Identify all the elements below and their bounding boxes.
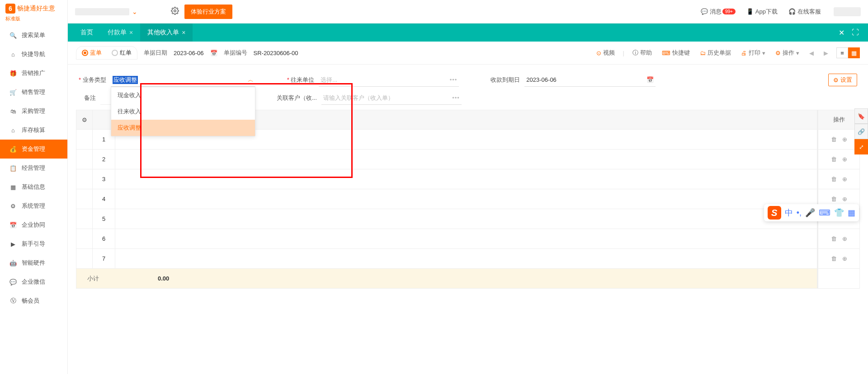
ime-keyboard-icon[interactable]: ⌨ xyxy=(819,208,830,218)
settings-button[interactable]: ⚙ 设置 xyxy=(828,74,857,86)
next-icon[interactable]: ▶ xyxy=(822,50,830,56)
code-label: 单据编号 xyxy=(224,49,247,57)
table-row[interactable]: 7 xyxy=(76,249,817,269)
ime-skin-icon[interactable]: 👕 xyxy=(834,208,844,218)
close-icon[interactable]: × xyxy=(129,29,133,36)
tab-首页[interactable]: 首页 xyxy=(73,23,100,42)
row-number: 4 xyxy=(93,189,115,209)
settings-icon: ⚙ xyxy=(9,202,17,210)
sidebar-item-box[interactable]: ⌂库存核算 xyxy=(0,121,67,140)
row-number: 6 xyxy=(93,229,115,248)
tab-其他收入单[interactable]: 其他收入单× xyxy=(140,23,193,42)
sidebar-item-search[interactable]: 🔍搜索菜单 xyxy=(0,26,67,45)
messages-link[interactable]: 💬 消息 99+ xyxy=(698,8,738,16)
date-value[interactable]: 2023-06-06 xyxy=(174,50,204,56)
more-icon[interactable]: ••• xyxy=(452,94,460,101)
logo-icon: 6 xyxy=(5,4,15,14)
ime-lang[interactable]: 中 xyxy=(785,207,793,218)
copy-icon[interactable]: ⊕ xyxy=(842,235,847,242)
close-icon[interactable]: × xyxy=(182,29,185,36)
view-grid-button[interactable]: ▦ xyxy=(848,47,860,58)
sidebar-item-bag[interactable]: 🛍采购管理 xyxy=(0,102,67,121)
doc-icon: 📋 xyxy=(9,164,17,172)
calendar-icon[interactable]: 📅 xyxy=(210,50,217,56)
link-icon[interactable]: 🔗 xyxy=(854,124,868,139)
dropdown-option[interactable]: 往来收入 xyxy=(111,103,255,120)
date-label: 单据日期 xyxy=(144,49,167,57)
org-selector[interactable]: ⌄ xyxy=(75,8,165,15)
prev-icon[interactable]: ◀ xyxy=(807,50,816,56)
copy-icon[interactable]: ⊕ xyxy=(842,196,847,202)
close-all-icon[interactable]: ✕ xyxy=(835,28,848,37)
cta-button[interactable]: 体验行业方案 xyxy=(184,5,232,19)
radio-red[interactable]: 红单 xyxy=(107,47,136,58)
table-row[interactable]: 2 xyxy=(76,150,817,169)
partner-select[interactable]: 选择... ••• xyxy=(319,73,459,87)
print-link[interactable]: 🖨打印 ▾ xyxy=(739,49,767,57)
delete-icon[interactable]: 🗑 xyxy=(831,235,837,242)
dropdown-option[interactable]: 应收调整 xyxy=(111,120,255,136)
delete-icon[interactable]: 🗑 xyxy=(831,156,837,163)
help-link[interactable]: ⓘ帮助 xyxy=(631,49,654,57)
expand-strip-icon[interactable]: ⤢ xyxy=(854,139,868,154)
sidebar-item-label: 搜索菜单 xyxy=(22,31,45,39)
cart-icon: 🛒 xyxy=(9,88,17,96)
op-row: 🗑⊕ xyxy=(818,249,860,269)
sidebar-item-doc[interactable]: 📋经营管理 xyxy=(0,159,67,178)
view-toggle: ≡ ▦ xyxy=(836,47,860,58)
table-row[interactable]: 6 xyxy=(76,229,817,249)
relcust-select[interactable]: 请输入关联客户（收入单） ••• xyxy=(321,91,462,105)
shortcut-link[interactable]: ⌨快捷键 xyxy=(660,49,692,57)
sidebar-item-grid[interactable]: ▦基础信息 xyxy=(0,178,67,196)
dropdown-option[interactable]: 现金收入 xyxy=(111,87,255,103)
video-link[interactable]: ⊙视频 xyxy=(594,49,617,57)
sidebar-item-robot[interactable]: 🤖智能硬件 xyxy=(0,253,67,272)
biztype-select[interactable]: 应收调整 ︿ xyxy=(111,73,255,87)
delete-icon[interactable]: 🗑 xyxy=(831,196,837,202)
copy-icon[interactable]: ⊕ xyxy=(842,176,847,182)
ime-bar[interactable]: S 中 •, 🎤 ⌨ 👕 ▦ xyxy=(764,204,859,221)
sidebar-item-wechat[interactable]: 💬企业微信 xyxy=(0,272,67,291)
app-download-link[interactable]: 📱 App下载 xyxy=(744,8,780,16)
more-icon[interactable]: ••• xyxy=(450,76,458,83)
sidebar-item-wallet[interactable]: 💰资金管理 xyxy=(0,140,67,159)
sidebar-item-member[interactable]: Ⓥ畅会员 xyxy=(0,291,67,310)
ime-apps-icon[interactable]: ▦ xyxy=(848,208,855,218)
calendar-icon[interactable]: 📅 xyxy=(646,76,654,83)
delete-icon[interactable]: 🗑 xyxy=(831,255,837,262)
action-link[interactable]: ⚙操作 ▾ xyxy=(774,49,801,57)
ime-mic-icon[interactable]: 🎤 xyxy=(805,208,815,218)
badge: 99+ xyxy=(722,9,736,14)
copy-icon[interactable]: ⊕ xyxy=(842,136,847,143)
table-row[interactable]: 4 xyxy=(76,189,817,209)
support-link[interactable]: 🎧 在线客服 xyxy=(786,8,824,16)
sidebar-item-team[interactable]: 📅企业协同 xyxy=(0,215,67,234)
table: ⚙ ▲▼ *收 1234567 小计 0.00 xyxy=(68,110,868,297)
sidebar-item-settings[interactable]: ⚙系统管理 xyxy=(0,196,67,215)
column-settings-button[interactable]: ⚙ xyxy=(76,110,93,129)
delete-icon[interactable]: 🗑 xyxy=(831,136,837,143)
gear-icon[interactable] xyxy=(171,7,179,16)
expand-icon[interactable]: ⛶ xyxy=(848,28,863,37)
duedate-input[interactable]: 2023-06-06 📅 xyxy=(524,73,656,87)
ime-punct-icon[interactable]: •, xyxy=(797,208,802,218)
history-link[interactable]: 🗂历史单据 xyxy=(698,49,733,57)
tag-icon[interactable]: 🔖 xyxy=(854,108,868,124)
avatar[interactable] xyxy=(834,7,861,16)
copy-icon[interactable]: ⊕ xyxy=(842,156,847,163)
sidebar-item-cart[interactable]: 🛒销售管理 xyxy=(0,83,67,102)
delete-icon[interactable]: 🗑 xyxy=(831,176,837,182)
table-row[interactable]: 5 xyxy=(76,209,817,229)
sidebar-item-guide[interactable]: ▶新手引导 xyxy=(0,234,67,253)
view-list-button[interactable]: ≡ xyxy=(836,47,848,58)
table-row[interactable]: 3 xyxy=(76,169,817,189)
tab-付款单[interactable]: 付款单× xyxy=(100,23,140,42)
radio-blue[interactable]: 蓝单 xyxy=(77,47,106,58)
logo-subtitle: 标准版 xyxy=(0,15,67,26)
copy-icon[interactable]: ⊕ xyxy=(842,255,847,262)
headset-icon: 🎧 xyxy=(788,8,796,15)
sidebar-item-label: 新手引导 xyxy=(22,240,45,248)
sidebar-item-label: 系统管理 xyxy=(22,202,45,210)
sidebar-item-home[interactable]: ⌂快捷导航 xyxy=(0,45,67,64)
sidebar-item-gift[interactable]: 🎁营销推广 xyxy=(0,64,67,83)
